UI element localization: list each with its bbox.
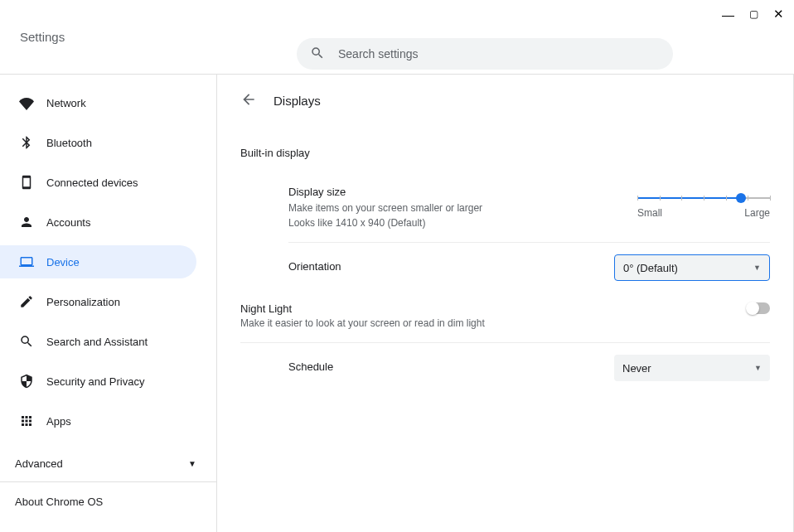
search-icon <box>310 46 325 63</box>
slider-label-large: Large <box>744 207 770 219</box>
orientation-dropdown[interactable]: 0° (Default) ▼ <box>614 254 770 281</box>
sidebar-item-label: Connected devices <box>46 177 138 189</box>
sidebar-item-device[interactable]: Device <box>0 245 196 278</box>
close-button[interactable]: ✕ <box>773 7 784 22</box>
search-input[interactable] <box>338 47 660 60</box>
about-label: About Chrome OS <box>15 496 103 508</box>
schedule-label: Schedule <box>288 360 333 373</box>
search-icon <box>18 333 35 350</box>
chevron-down-icon: ▼ <box>753 264 761 272</box>
sidebar-item-connected-devices[interactable]: Connected devices <box>0 166 196 199</box>
display-size-sub2: Looks like 1410 x 940 (Default) <box>288 215 482 230</box>
section-builtin-title: Built-in display <box>240 147 770 159</box>
maximize-button[interactable]: ▢ <box>749 8 758 20</box>
setting-orientation: Orientation 0° (Default) ▼ <box>288 243 770 293</box>
orientation-value: 0° (Default) <box>623 262 678 274</box>
sidebar-item-label: Bluetooth <box>46 137 92 149</box>
sidebar-item-label: Apps <box>46 415 71 428</box>
slider-thumb[interactable] <box>736 193 746 203</box>
advanced-label: Advanced <box>15 457 63 470</box>
back-button[interactable] <box>240 91 257 110</box>
sidebar-item-label: Device <box>46 256 80 268</box>
window-controls: — ▢ ✕ <box>722 7 784 22</box>
sidebar-item-security[interactable]: Security and Privacy <box>0 365 196 398</box>
laptop-icon <box>18 254 35 270</box>
app-title: Settings <box>20 30 65 44</box>
main-content: Displays Built-in display Display size M… <box>217 75 794 532</box>
display-size-title: Display size <box>288 186 482 198</box>
sidebar-item-label: Security and Privacy <box>46 375 145 388</box>
sidebar-item-label: Accounts <box>46 216 90 229</box>
schedule-value: Never <box>622 362 651 375</box>
display-size-sub1: Make items on your screen smaller or lar… <box>288 201 482 215</box>
page-title: Displays <box>274 94 321 108</box>
chevron-down-icon: ▼ <box>754 364 762 372</box>
apps-icon <box>18 413 35 429</box>
pencil-icon <box>18 293 35 310</box>
search-box[interactable] <box>297 38 673 70</box>
setting-display-size: Display size Make items on your screen s… <box>288 174 770 243</box>
sidebar-item-accounts[interactable]: Accounts <box>0 206 196 239</box>
orientation-label: Orientation <box>288 260 341 273</box>
sidebar-item-network[interactable]: Network <box>0 86 196 119</box>
sidebar: Network Bluetooth Connected devices Acco… <box>0 75 217 532</box>
sidebar-item-label: Personalization <box>46 296 120 308</box>
sidebar-item-label: Network <box>46 97 86 109</box>
slider-label-small: Small <box>637 207 662 219</box>
sidebar-item-apps[interactable]: Apps <box>0 404 196 438</box>
sidebar-about[interactable]: About Chrome OS <box>0 482 216 520</box>
bluetooth-icon <box>18 134 35 151</box>
wifi-icon <box>18 94 35 111</box>
setting-night-light: Night Light Make it easier to look at yo… <box>240 302 770 343</box>
sidebar-item-label: Search and Assistant <box>46 336 148 348</box>
shield-icon <box>18 373 35 389</box>
display-size-slider[interactable] <box>637 197 770 199</box>
sidebar-item-personalization[interactable]: Personalization <box>0 285 196 318</box>
person-icon <box>18 214 35 230</box>
setting-schedule: Schedule Never ▼ <box>288 343 770 393</box>
night-light-toggle[interactable] <box>747 302 770 314</box>
sidebar-item-bluetooth[interactable]: Bluetooth <box>0 126 196 159</box>
minimize-button[interactable]: — <box>722 7 734 22</box>
schedule-dropdown[interactable]: Never ▼ <box>614 355 770 381</box>
sidebar-advanced[interactable]: Advanced ▼ <box>0 446 216 482</box>
chevron-down-icon: ▼ <box>188 459 196 468</box>
app-header: Settings <box>0 0 794 75</box>
sidebar-item-search-assistant[interactable]: Search and Assistant <box>0 325 196 358</box>
devices-icon <box>18 174 35 191</box>
night-light-sub: Make it easier to look at your screen or… <box>240 317 485 329</box>
night-light-title: Night Light <box>240 302 485 315</box>
